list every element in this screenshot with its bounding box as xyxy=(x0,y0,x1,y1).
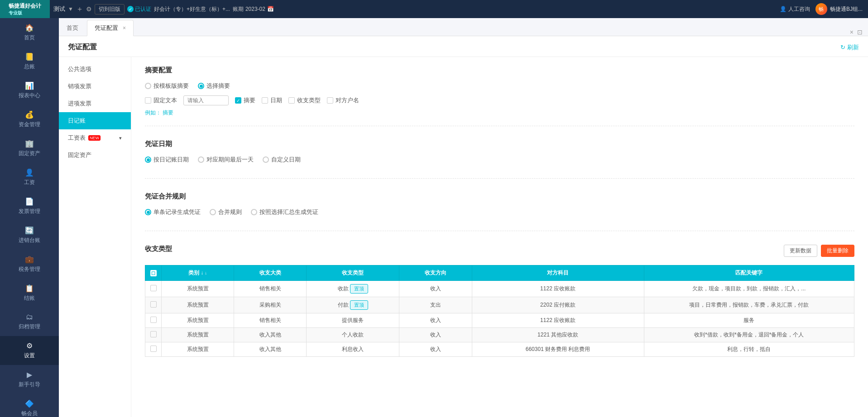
update-data-button[interactable]: 更新数据 xyxy=(784,245,817,257)
row-checkbox[interactable] xyxy=(145,297,162,313)
menu-item-payroll-sheet[interactable]: 工资表 NEW ▾ xyxy=(59,129,131,147)
radio-total[interactable]: 按照选择汇总生成凭证 xyxy=(251,208,318,216)
row-major-type: 销售相关 xyxy=(234,281,307,297)
sidebar-item-settings[interactable]: ⚙ 设置 xyxy=(0,336,59,365)
sidebar-label-archive: 归档管理 xyxy=(19,323,40,331)
menu-item-daily-ledger[interactable]: 日记账 xyxy=(59,112,131,129)
radio-select-summary[interactable]: 选择摘要 xyxy=(198,82,230,90)
left-menu: 公共选项 销项发票 进项发票 日记账 工资表 NEW ▾ xyxy=(59,57,131,417)
top-tag[interactable]: 置顶 xyxy=(350,300,368,310)
checkbox-label-fixed-text: 固定文本 xyxy=(153,96,177,104)
radio-label-single: 单条记录生成凭证 xyxy=(153,208,201,216)
checkbox-label-income-type: 收支类型 xyxy=(297,96,321,104)
sidebar-item-invoice-mgmt[interactable]: 📄 发票管理 xyxy=(0,192,59,221)
help-button[interactable]: 👤 人工咨询 xyxy=(780,5,810,13)
sidebar-item-archive-mgmt[interactable]: 🗂 归档管理 xyxy=(0,308,59,336)
radio-merge[interactable]: 合并规则 xyxy=(210,208,242,216)
th-checkbox[interactable]: ☐ xyxy=(145,265,162,281)
sidebar-item-settlement[interactable]: 📋 结账 xyxy=(0,279,59,308)
username-label: 畅捷通BJ组... xyxy=(830,5,863,13)
tab-home[interactable]: 首页 xyxy=(59,19,86,36)
sidebar-item-tax-mgmt[interactable]: 💼 税务管理 xyxy=(0,250,59,279)
row-checkbox[interactable] xyxy=(145,328,162,342)
chevron-down-icon: ▾ xyxy=(119,135,122,141)
top-tag[interactable]: 置顶 xyxy=(350,284,368,294)
help-icon: 👤 xyxy=(780,6,786,12)
radio-template-summary[interactable]: 按模板版摘要 xyxy=(145,82,189,90)
row-counterpart-account: 1122 应收账款 xyxy=(472,313,644,328)
sidebar-label-guide: 新手引导 xyxy=(19,381,40,389)
page-title: 凭证配置 xyxy=(68,43,97,52)
tab-voucher-config-label: 凭证配置 xyxy=(95,24,118,32)
menu-label-daily-ledger: 日记账 xyxy=(68,117,86,125)
restore-window-icon[interactable]: ⊡ xyxy=(857,28,863,36)
row-match-keyword: 服务 xyxy=(644,313,854,328)
sidebar-item-new-guide[interactable]: ▶ 新手引导 xyxy=(0,365,59,394)
avatar: 畅 xyxy=(815,3,827,15)
sidebar-item-report-center[interactable]: 📊 报表中心 xyxy=(0,76,59,105)
sidebar-item-purchase-sale[interactable]: 🔄 进销台账 xyxy=(0,221,59,250)
refresh-button[interactable]: ↻ 刷新 xyxy=(840,43,859,52)
th-major-type: 收支大类 xyxy=(234,265,307,281)
vip-icon: 🔷 xyxy=(25,399,34,408)
radio-custom-date[interactable]: 自定义日期 xyxy=(263,156,301,164)
top-bar: 畅捷通好会计 专业版 测试 ▼ ＋ ⚙ 切到旧版 已认证 好会计（专）+好生意（… xyxy=(0,0,868,18)
checkbox-counterpart[interactable]: 对方户名 xyxy=(327,96,359,104)
table-row: 系统预置 销售相关 提供服务 收入 1122 应收账款 服务 xyxy=(145,313,854,328)
example-label: 例如： xyxy=(145,109,161,116)
voucher-date-title: 凭证日期 xyxy=(145,140,854,148)
fixed-text-input[interactable] xyxy=(183,95,229,105)
user-menu[interactable]: 畅 畅捷通BJ组... xyxy=(815,3,863,15)
checkbox-income-type[interactable]: 收支类型 xyxy=(288,96,321,104)
checkbox-fixed-text[interactable]: 固定文本 xyxy=(145,96,177,104)
ledger-icon: 📒 xyxy=(25,52,34,61)
sidebar-item-vip[interactable]: 🔷 畅会员 xyxy=(0,394,59,417)
merge-rules-title: 凭证合并规则 xyxy=(145,192,854,201)
sidebar-item-fund-mgmt[interactable]: 💰 资金管理 xyxy=(0,105,59,134)
checkbox-date[interactable]: 日期 xyxy=(262,96,282,104)
menu-item-sales-invoice[interactable]: 销项发票 xyxy=(59,78,131,95)
row-match-keyword: 利息，行转，抵自 xyxy=(644,342,854,357)
radio-label-daily-date: 按日记账日期 xyxy=(153,156,189,164)
row-major-type: 收入其他 xyxy=(234,328,307,342)
close-window-icon[interactable]: × xyxy=(850,28,854,36)
radio-single[interactable]: 单条记录生成凭证 xyxy=(145,208,201,216)
tab-voucher-config[interactable]: 凭证配置 × xyxy=(87,20,134,36)
row-type: 收款 置顶 xyxy=(307,281,399,297)
dropdown-arrow-icon[interactable]: ▼ xyxy=(68,6,73,12)
logo-line2: 专业版 xyxy=(9,10,41,16)
tags-label: 好会计（专）+好生意（标）+... xyxy=(154,5,230,13)
sidebar-item-payroll[interactable]: 👤 工资 xyxy=(0,163,59,192)
switch-version-button[interactable]: 切到旧版 xyxy=(95,4,125,14)
menu-item-public[interactable]: 公共选项 xyxy=(59,61,131,78)
radio-label-merge: 合并规则 xyxy=(218,208,242,216)
tab-close-icon[interactable]: × xyxy=(123,25,126,31)
radio-period-last[interactable]: 对应期间最后一天 xyxy=(198,156,254,164)
checkbox-box-fixed-text xyxy=(145,97,151,104)
purchase-icon: 🔄 xyxy=(25,226,34,235)
row-checkbox[interactable] xyxy=(145,342,162,357)
sidebar-label-invoice: 发票管理 xyxy=(19,208,40,215)
row-match-keyword: 收到*借款，收到*备用金，退回*备用金，个人 xyxy=(644,328,854,342)
row-direction: 支出 xyxy=(399,297,472,313)
calendar-icon[interactable]: 📅 xyxy=(267,6,274,12)
logo-line1: 畅捷通好会计 xyxy=(9,3,41,9)
radio-daily-date[interactable]: 按日记账日期 xyxy=(145,156,189,164)
merge-rules-section: 凭证合并规则 单条记录生成凭证 合并规则 xyxy=(145,192,854,231)
add-icon[interactable]: ＋ xyxy=(76,5,83,14)
select-all-checkbox[interactable]: ☐ xyxy=(150,270,157,276)
th-category[interactable]: 类别 ↓ xyxy=(162,265,234,281)
gear-icon[interactable]: ⚙ xyxy=(86,5,92,13)
menu-item-purchase-invoice[interactable]: 进项发票 xyxy=(59,95,131,112)
batch-delete-button[interactable]: 批量删除 xyxy=(821,245,854,257)
menu-item-fixed-assets2[interactable]: 固定资产 xyxy=(59,147,131,164)
sidebar-item-home[interactable]: 🏠 首页 xyxy=(0,18,59,47)
radio-circle-select xyxy=(198,83,204,89)
sidebar-item-general-ledger[interactable]: 📒 总账 xyxy=(0,47,59,76)
checkbox-box-counterpart xyxy=(327,97,333,104)
sidebar-item-fixed-assets[interactable]: 🏢 固定资产 xyxy=(0,134,59,163)
checkbox-summary[interactable]: ✓ 摘要 xyxy=(235,96,255,104)
sidebar-label-tax: 税务管理 xyxy=(19,265,40,273)
row-checkbox[interactable] xyxy=(145,313,162,328)
row-checkbox[interactable] xyxy=(145,281,162,297)
